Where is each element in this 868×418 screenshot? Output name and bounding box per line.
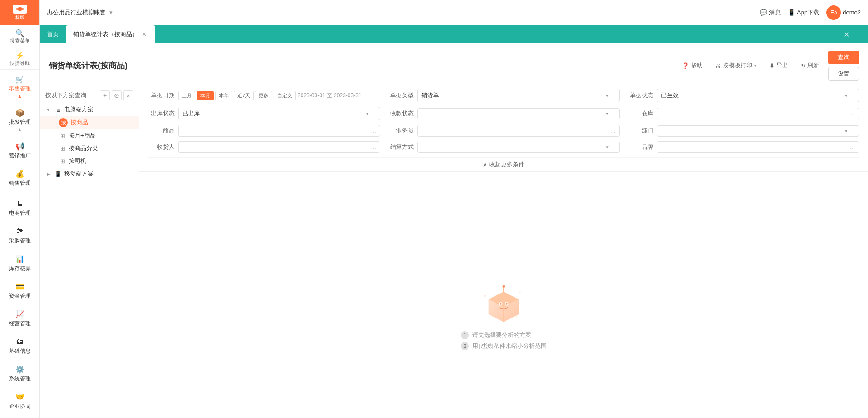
settings-button[interactable]: 设置 <box>828 67 859 81</box>
brand-label: 品牌 <box>627 143 657 151</box>
message-btn[interactable]: 💬 消息 <box>760 9 781 17</box>
receiver-input[interactable]: … <box>178 141 380 153</box>
date-btn-7days[interactable]: 近7天 <box>234 91 254 100</box>
svg-point-9 <box>506 303 508 305</box>
top-header: 办公用品行业模拟账套 ▾ 💬 消息 📱 App下载 Ea demo2 <box>40 0 868 25</box>
basic-icon: 🗂 <box>15 337 25 347</box>
page-header-actions: ❓ 帮助 🖨 按模板打印 ▾ ⬇ 导出 ↻ 刷新 查询 <box>678 51 859 81</box>
tip-text-2: 用[过滤]条件来缩小分析范围 <box>472 342 546 350</box>
salesperson-dots: … <box>610 128 616 134</box>
export-btn[interactable]: ⬇ 导出 <box>766 60 792 71</box>
tree-item-by-category[interactable]: ⊞ 按商品分类 <box>40 142 139 155</box>
sidebar-item-wholesale[interactable]: 📦 批发管理 ▲ <box>0 103 39 137</box>
product-dots: … <box>371 128 376 134</box>
doc-type-select[interactable]: 销货单 ▾ <box>417 89 619 102</box>
svg-point-11 <box>503 285 505 288</box>
settlement-filter-cell: 结算方式 ▾ <box>387 141 619 153</box>
empty-tips: 1 请先选择要分析的方案 2 用[过滤]条件来缩小分析范围 <box>461 331 546 350</box>
date-btn-prev-month[interactable]: 上月 <box>178 91 195 100</box>
enterprise-icon: 🤝 <box>15 392 25 402</box>
doc-type-chevron: ▾ <box>606 93 609 99</box>
help-btn[interactable]: ❓ 帮助 <box>678 60 706 71</box>
sidebar-item-ecommerce[interactable]: 🖥 电商管理 <box>0 194 39 222</box>
user-menu-btn[interactable]: Ea demo2 <box>826 5 861 20</box>
tab-home[interactable]: 首页 <box>40 25 66 43</box>
finance-icon: 💳 <box>15 281 25 291</box>
payment-status-select[interactable]: ▾ <box>417 108 619 119</box>
sidebar-item-sales[interactable]: 💰 销售管理 <box>0 164 39 192</box>
refresh-label: 刷新 <box>807 62 819 70</box>
refresh-btn[interactable]: ↻ 刷新 <box>797 60 823 71</box>
tree-item-by-month-product[interactable]: ⊞ 按月+商品 <box>40 129 139 142</box>
warehouse-dots: … <box>849 110 855 117</box>
date-btn-this-month[interactable]: 本月 <box>197 91 214 100</box>
purchase-icon: 🛍 <box>15 226 25 236</box>
tree-pc-section[interactable]: ▼ 🖥 电脑端方案 <box>40 103 139 116</box>
product-input[interactable]: … <box>178 125 380 137</box>
breadcrumb-dropdown[interactable]: ▾ <box>109 9 113 16</box>
tab-close-btn[interactable]: ✕ <box>141 31 148 38</box>
doc-status-filter-cell: 单据状态 已生效 ▾ <box>627 89 859 102</box>
page-content: 销货单统计表(按商品) ❓ 帮助 🖨 按模板打印 ▾ ⬇ 导出 ↻ 刷新 <box>40 43 868 418</box>
tree-item-by-product[interactable]: 按 按商品 <box>40 116 139 129</box>
sidebar: 标版 🔍 搜索菜单 ⚡ 快捷导航 🛒 零售管理 ▲ 📦 批发管理 ▲ 📢 营销推… <box>0 0 40 418</box>
settlement-label: 结算方式 <box>387 143 417 151</box>
query-button[interactable]: 查询 <box>828 51 859 64</box>
left-panel: 按以下方案查询 + ⊘ « ▼ 🖥 电脑端方案 按 按商品 <box>40 84 139 418</box>
doc-status-select[interactable]: 已生效 ▾ <box>657 89 859 102</box>
inventory-icon: 📊 <box>15 254 25 264</box>
warehouse-out-select[interactable]: 已出库 ▾ <box>178 107 380 120</box>
svg-point-8 <box>500 303 501 305</box>
page-header: 销货单统计表(按商品) ❓ 帮助 🖨 按模板打印 ▾ ⬇ 导出 ↻ 刷新 <box>40 43 868 84</box>
edit-scheme-btn[interactable]: ⊘ <box>112 90 122 100</box>
date-quick-controls: 上月 本月 本年 近7天 更多 自定义 2023-03-01 至 2023-03… <box>178 91 380 100</box>
help-label: 帮助 <box>691 62 703 70</box>
warehouse-out-value: 已出库 <box>182 109 200 118</box>
system-icon: ⚙️ <box>15 364 25 374</box>
sidebar-item-enterprise[interactable]: 🤝 企业协同 <box>0 387 39 415</box>
tab-maximize-btn[interactable]: ⛶ <box>854 29 864 40</box>
sidebar-item-newguide[interactable]: 🎯 新手引导 <box>0 415 39 418</box>
sidebar-item-marketing[interactable]: 📢 营销推广 <box>0 137 39 164</box>
tree-mobile-section[interactable]: ▶ 📱 移动端方案 <box>40 167 139 180</box>
sidebar-item-purchase[interactable]: 🛍 采购管理 <box>0 222 39 249</box>
grid-icon-1: ⊞ <box>59 132 66 139</box>
date-btn-custom[interactable]: 自定义 <box>274 91 296 100</box>
operations-icon: 📈 <box>15 309 25 319</box>
sidebar-item-system[interactable]: ⚙️ 系统管理 <box>0 360 39 387</box>
print-btn[interactable]: 🖨 按模板打印 ▾ <box>712 60 760 71</box>
retail-label: 零售管理 <box>9 85 31 93</box>
sidebar-item-retail[interactable]: 🛒 零售管理 ▲ <box>0 70 39 103</box>
sidebar-item-inventory[interactable]: 📊 库存核算 <box>0 249 39 277</box>
warehouse-input[interactable]: … <box>657 108 859 119</box>
app-download-btn[interactable]: 📱 App下载 <box>788 9 819 17</box>
salesperson-input[interactable]: … <box>417 125 619 137</box>
collapse-bar[interactable]: ∧ 收起更多条件 <box>148 157 859 171</box>
sidebar-item-operations[interactable]: 📈 经营管理 <box>0 304 39 332</box>
department-select[interactable]: ▾ <box>657 125 859 137</box>
warehouse-out-label: 出库状态 <box>148 109 178 118</box>
tree-item-by-driver[interactable]: ⊞ 按司机 <box>40 155 139 167</box>
date-btn-more[interactable]: 更多 <box>255 91 272 100</box>
wholesale-icon: 📦 <box>15 108 25 118</box>
message-label: 消息 <box>769 9 781 17</box>
add-scheme-btn[interactable]: + <box>100 90 110 100</box>
print-icon: 🖨 <box>715 62 721 69</box>
print-dropdown-icon[interactable]: ▾ <box>754 63 757 69</box>
user-name: demo2 <box>843 9 861 16</box>
collapse-panel-btn[interactable]: « <box>123 90 133 100</box>
sidebar-item-finance[interactable]: 💳 资金管理 <box>0 277 39 304</box>
settlement-select[interactable]: ▾ <box>417 142 619 153</box>
warehouse-out-filter-cell: 出库状态 已出库 ▾ <box>148 107 380 120</box>
date-btn-this-year[interactable]: 本年 <box>215 91 232 100</box>
sidebar-search-btn[interactable]: 🔍 搜索菜单 <box>0 25 39 48</box>
brand-input[interactable]: … <box>657 141 859 153</box>
sidebar-quick-nav[interactable]: ⚡ 快捷导航 <box>0 48 39 70</box>
avatar: Ea <box>826 5 841 20</box>
header-actions: 💬 消息 📱 App下载 Ea demo2 <box>760 5 861 20</box>
tab-close-all-btn[interactable]: ✕ <box>841 29 852 40</box>
export-icon: ⬇ <box>769 62 774 69</box>
department-label: 部门 <box>627 127 657 135</box>
sidebar-item-basic[interactable]: 🗂 基础信息 <box>0 332 39 360</box>
tab-sales-stat[interactable]: 销货单统计表（按商品） ✕ <box>66 25 155 43</box>
